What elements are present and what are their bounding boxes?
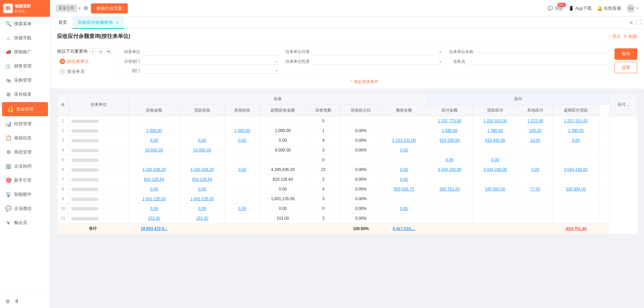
sidebar-item-wechat[interactable]: 💬 企业微信 <box>0 202 50 216</box>
sidebar: 畅 畅捷通财 标准版 🔍 搜索菜单 ⌂ 快捷导航 📣 营销推广 🛒 销售管理 🛍… <box>0 0 50 308</box>
data-table: ⚙ 往来单位 应收 应付 应付... 应收金额 贷款应收 其他应收 超期应收金额 <box>57 93 637 234</box>
th-ar-prepay: 预收余额 <box>381 105 427 116</box>
nav-by-partner[interactable]: 畅 按往来单位 <box>57 57 113 66</box>
maximize-icon[interactable]: ⛶ <box>636 19 641 26</box>
company-selector[interactable]: 某某公司 ▾ <box>56 4 81 12</box>
table-container: ⚙ 往来单位 应收 应付 应付... 应收金额 贷款应收 其他应收 超期应收金额 <box>50 89 644 308</box>
footer-ar-amount[interactable]: 19,553,472,6... <box>129 223 179 234</box>
th-ar-group: 应收 <box>129 93 427 105</box>
collapse-icon[interactable]: ⏸ <box>14 298 19 305</box>
content-area: 应收应付余额查询(按往来单位) ↑ 导出 ↻ 刷新 <box>50 29 644 308</box>
message-icon: 💬 <box>548 6 553 11</box>
sidebar-item-member[interactable]: V 畅会员 <box>0 216 50 230</box>
export-button[interactable]: ↑ 导出 <box>609 34 621 40</box>
tab-close-icon[interactable]: ✕ <box>116 21 119 25</box>
search-icon: 🔍 <box>5 21 11 27</box>
partner-nature-input[interactable]: ▾ <box>312 59 443 65</box>
table-row: 6 4,345,436.20 4,345,436.20 0.00 4,345,4… <box>57 165 637 175</box>
page-actions: ↑ 导出 ↻ 刷新 <box>609 34 638 40</box>
query-button[interactable]: 查询 <box>614 48 637 60</box>
settings-bottom-icon[interactable]: ⚙ <box>5 298 10 305</box>
footer-ar-ratio: 100.00% <box>341 223 381 234</box>
sidebar-item-purchase[interactable]: 🛍 采购管理 <box>0 73 50 87</box>
table-row: 8 0.00 0.00 0.00 4 0.00% 655,636.75 345,… <box>57 184 637 194</box>
partner-name-input[interactable] <box>475 51 606 53</box>
partner-cell <box>69 204 129 214</box>
dept-input[interactable]: ▾ <box>142 68 279 74</box>
gear-icon[interactable]: ⚙ <box>84 5 88 11</box>
th-partner: 往来单位 <box>69 93 129 116</box>
add-condition-icon[interactable]: + <box>90 48 96 54</box>
partner-cell <box>69 136 129 145</box>
settings-condition-icon[interactable]: ⊙ <box>98 48 104 54</box>
set-button[interactable]: 设置 <box>614 62 637 73</box>
industry-solution-button[interactable]: 体验行业方案 <box>91 3 128 13</box>
refresh-button[interactable]: ↻ 刷新 <box>624 34 637 40</box>
sidebar-logo: 畅 畅捷通财 标准版 <box>0 0 50 17</box>
partner-cell <box>69 145 129 155</box>
close-window-icon[interactable]: ✕ <box>629 19 633 26</box>
sidebar-item-hardware[interactable]: 📡 智能硬件 <box>0 187 50 202</box>
partner-category-input[interactable]: ▾ <box>312 49 443 55</box>
tab-home[interactable]: 首页 <box>53 17 72 29</box>
partner-cell <box>69 184 129 194</box>
table-row: 11 152.00 152.00 101.00 3 0.00% <box>57 214 637 223</box>
th-ar-amount: 应收金额 <box>129 105 179 116</box>
guide-icon: 🎯 <box>5 177 11 183</box>
page-title: 应收应付余额查询(按往来单位) <box>57 33 130 40</box>
service-icon: 🔔 <box>597 6 602 11</box>
footer-label: 合计 <box>57 223 129 234</box>
partner-cell <box>69 165 129 175</box>
partner-nature-field: 往来单位性质 ▾ <box>285 58 443 65</box>
footer-ap-overdue[interactable]: -654,751.40 <box>552 223 599 234</box>
th-settings[interactable]: ⚙ <box>57 93 69 116</box>
sidebar-item-guide[interactable]: 🎯 新手引导 <box>0 173 50 187</box>
column-settings-icon[interactable]: ⚙ <box>61 102 65 107</box>
sidebar-item-company[interactable]: 🏢 企业协同 <box>0 159 50 173</box>
collapse-condition-icon[interactable]: ≪ <box>106 48 112 54</box>
salesperson-input[interactable]: ··· <box>467 58 606 65</box>
nav-by-salesperson[interactable]: ⊙ 按业务员 <box>57 67 113 76</box>
th-ar-count: 应收笔数 <box>306 105 341 116</box>
page-header: 应收应付余额查询(按往来单位) ↑ 导出 ↻ 刷新 <box>50 29 644 44</box>
topbar: 某某公司 ▾ ⚙ 体验行业方案 💬 消息 99+ 📱 App下载 🔔 <box>50 0 644 17</box>
sidebar-item-system[interactable]: ⚙ 系统管理 <box>0 145 50 159</box>
topbar-right: 💬 消息 99+ 📱 App下载 🔔 在线客服 Rit ▾ <box>548 4 639 13</box>
table-row: 10 0.00 0.00 0.00 0.00 0 0.00% 0.00 <box>57 204 637 214</box>
user-dropdown-icon: ▾ <box>637 6 639 10</box>
sidebar-item-quick[interactable]: ⌂ 快捷导航 <box>0 31 50 45</box>
footer-ar-prepay[interactable]: 6,417,215.... <box>381 223 427 234</box>
user-avatar[interactable]: Rit ▾ <box>627 4 639 13</box>
dept-manager-field: 分管部门 ▾ <box>121 58 279 65</box>
message-button[interactable]: 💬 消息 99+ <box>548 5 563 11</box>
sidebar-item-basic[interactable]: 📋 基础信息 <box>0 131 50 145</box>
sidebar-item-sales[interactable]: 🛒 销售管理 <box>0 59 50 73</box>
sidebar-item-inventory[interactable]: ⊞ 库存核算 <box>0 87 50 101</box>
tab-arquery[interactable]: 应收应付余额查询 ✕ <box>72 17 124 29</box>
export-icon: ↑ <box>609 34 611 39</box>
system-icon: ⚙ <box>5 149 11 155</box>
main-area: 某某公司 ▾ ⚙ 体验行业方案 💬 消息 99+ 📱 App下载 🔔 <box>50 0 644 308</box>
partner-cell <box>69 116 129 126</box>
collapse-more-button[interactable]: ⌃ 收起更多条件 <box>121 77 606 87</box>
sidebar-item-search[interactable]: 🔍 搜索菜单 <box>0 17 50 31</box>
th-ap-other: 其他应付 <box>518 105 552 116</box>
partner-cell <box>69 194 129 204</box>
sidebar-item-operation[interactable]: 📊 经营管理 <box>0 117 50 131</box>
tabbar: 首页 应收应付余额查询 ✕ ✕ ⛶ <box>50 17 644 29</box>
online-service-button[interactable]: 🔔 在线客服 <box>597 5 621 11</box>
basic-icon: 📋 <box>5 135 11 141</box>
sidebar-item-marketing[interactable]: 📣 营销推广 <box>0 45 50 59</box>
settlement-unit-input[interactable]: ··· <box>142 48 279 55</box>
dept-manager-input[interactable]: ▾ <box>142 59 279 65</box>
table-row: 5 0 0.00 0.00 <box>57 155 637 165</box>
inventory-icon: ⊞ <box>5 91 11 97</box>
sidebar-item-fund[interactable]: 💰 资金管理 <box>2 102 48 116</box>
settlement-unit-field: 结算单位 ··· <box>121 48 279 55</box>
th-ar-overdue: 超期应收金额 <box>260 105 306 116</box>
purchase-icon: 🛍 <box>5 78 11 83</box>
app-download-button[interactable]: 📱 App下载 <box>569 5 592 11</box>
th-ap-loan: 贷款应付 <box>472 105 518 116</box>
tabbar-actions: ✕ ⛶ <box>629 19 641 26</box>
partner-cell <box>69 126 129 136</box>
